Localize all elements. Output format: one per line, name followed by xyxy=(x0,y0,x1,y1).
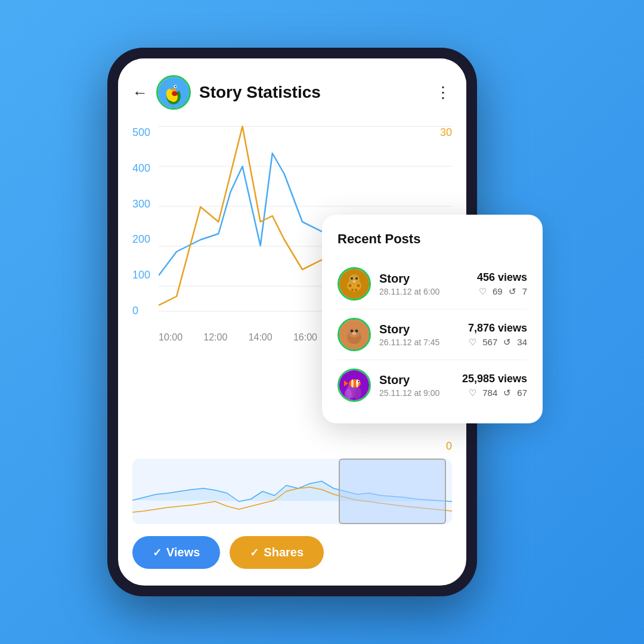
post-stats-1: 456 views ♡ 69 ↺ 7 xyxy=(477,271,527,297)
shares-toggle-button[interactable]: ✓ Shares xyxy=(230,536,324,569)
post-engagement-1: ♡ 69 ↺ 7 xyxy=(477,286,527,297)
views-toggle-button[interactable]: ✓ Views xyxy=(132,536,220,569)
shares-count-1: 7 xyxy=(522,286,527,296)
svg-point-24 xyxy=(355,289,357,291)
avatar-image xyxy=(158,77,189,108)
likes-count-2: 567 xyxy=(482,337,497,347)
y-label-300: 300 xyxy=(132,198,150,210)
svg-point-5 xyxy=(175,86,176,87)
x-label-1000: 10:00 xyxy=(159,332,182,459)
post-engagement-3: ♡ 784 ↺ 67 xyxy=(462,388,527,398)
svg-point-20 xyxy=(352,280,356,283)
x-label-1400: 14:00 xyxy=(249,332,273,459)
svg-point-22 xyxy=(357,284,360,287)
post-views-1: 456 views xyxy=(477,271,527,284)
back-button[interactable]: ← xyxy=(132,83,148,102)
svg-point-23 xyxy=(351,289,354,291)
views-check-icon: ✓ xyxy=(153,546,162,559)
profile-avatar xyxy=(156,75,191,110)
post-date-2: 26.11.12 at 7:45 xyxy=(379,338,460,347)
heart-icon-2: ♡ xyxy=(469,337,476,348)
post-avatar-3 xyxy=(338,369,371,402)
y-label-0: 0 xyxy=(132,305,150,317)
more-menu-button[interactable]: ⋮ xyxy=(435,83,452,102)
svg-point-31 xyxy=(355,330,358,333)
svg-point-45 xyxy=(358,381,359,382)
post-date-1: 28.11.12 at 6:00 xyxy=(379,287,469,296)
shares-check-icon: ✓ xyxy=(250,546,259,559)
x-label-1200: 12:00 xyxy=(203,332,227,459)
svg-point-32 xyxy=(352,332,357,335)
post-item-3[interactable]: Story 25.11.12 at 9:00 25,985 views ♡ 78… xyxy=(338,360,527,410)
y-axis-left: 500 400 300 200 100 0 xyxy=(132,120,150,323)
post-views-2: 7,876 views xyxy=(468,322,527,335)
post-info-2: Story 26.11.12 at 7:45 xyxy=(379,323,460,347)
heart-icon-3: ♡ xyxy=(469,388,476,398)
x-label-1600: 16:00 xyxy=(293,332,317,459)
likes-count-3: 784 xyxy=(482,388,497,398)
share-icon-2: ↺ xyxy=(503,337,511,348)
post-info-3: Story 25.11.12 at 9:00 xyxy=(379,373,454,398)
recent-posts-title: Recent Posts xyxy=(338,231,527,247)
chart-selection-window[interactable] xyxy=(339,459,446,524)
recent-posts-card: Recent Posts xyxy=(322,215,543,423)
post-title-1: Story xyxy=(379,272,469,286)
post-item[interactable]: Story 28.11.12 at 6:00 456 views ♡ 69 ↺ … xyxy=(338,259,527,309)
post-stats-3: 25,985 views ♡ 784 ↺ 67 xyxy=(462,373,527,398)
svg-point-18 xyxy=(351,277,353,280)
y-label-500: 500 xyxy=(132,126,150,139)
post-item-2[interactable]: Story 26.11.12 at 7:45 7,876 views ♡ 567… xyxy=(338,309,527,360)
post-title-2: Story xyxy=(379,323,460,336)
svg-point-21 xyxy=(349,284,352,287)
post-avatar-2 xyxy=(338,318,371,351)
shares-count-2: 34 xyxy=(517,337,527,347)
y-label-400: 400 xyxy=(132,162,150,175)
svg-point-39 xyxy=(353,387,361,399)
shares-count-3: 67 xyxy=(517,388,527,398)
svg-point-19 xyxy=(355,277,358,280)
page-title: Story Statistics xyxy=(199,83,427,102)
post-title-3: Story xyxy=(379,373,454,387)
svg-point-40 xyxy=(345,389,352,400)
header: ← xyxy=(118,58,466,120)
post-engagement-2: ♡ 567 ↺ 34 xyxy=(468,337,527,348)
y-label-100: 100 xyxy=(132,269,150,281)
post-views-3: 25,985 views xyxy=(462,373,527,385)
post-date-3: 25.11.12 at 9:00 xyxy=(379,388,454,398)
shares-label: Shares xyxy=(264,546,304,559)
svg-point-30 xyxy=(351,330,354,333)
mini-chart[interactable] xyxy=(132,459,452,524)
phone-wrapper: ← xyxy=(107,48,537,596)
svg-point-8 xyxy=(172,91,178,96)
post-info-1: Story 28.11.12 at 6:00 xyxy=(379,272,469,296)
heart-icon-1: ♡ xyxy=(479,286,487,297)
views-label: Views xyxy=(166,546,200,559)
toggle-buttons-row: ✓ Views ✓ Shares xyxy=(118,524,466,586)
svg-point-27 xyxy=(348,326,360,338)
post-avatar-1 xyxy=(338,267,371,301)
svg-point-17 xyxy=(349,274,360,285)
share-icon-1: ↺ xyxy=(509,286,516,297)
share-icon-3: ↺ xyxy=(503,388,511,398)
y-label-200: 200 xyxy=(132,233,150,246)
svg-point-42 xyxy=(351,379,354,388)
likes-count-1: 69 xyxy=(493,286,503,296)
post-stats-2: 7,876 views ♡ 567 ↺ 34 xyxy=(468,322,527,348)
